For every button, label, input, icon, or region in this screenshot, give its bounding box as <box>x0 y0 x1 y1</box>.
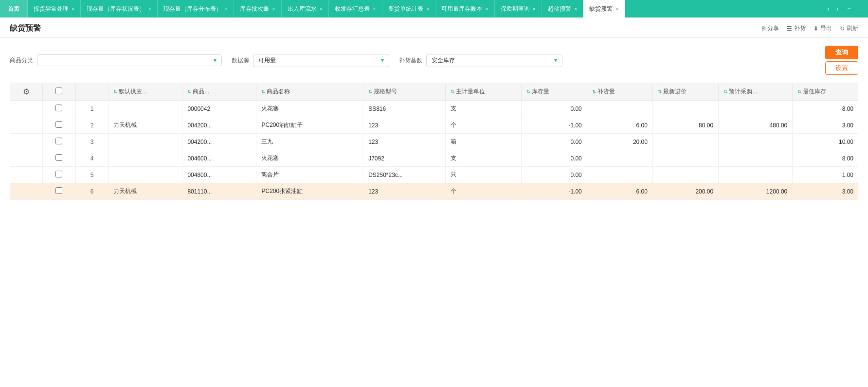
row-stock-3: 0.00 <box>521 150 587 167</box>
refresh-action[interactable]: ↻ 刷新 <box>840 24 858 33</box>
row-spec-5: 123 <box>363 183 446 200</box>
replenish-action[interactable]: ☰ 补货 <box>787 24 806 33</box>
sort-replenish-icon: ⇅ <box>592 89 596 94</box>
tab-home[interactable]: 首页 <box>0 0 28 18</box>
tab-batch-account[interactable]: 库存批次账× <box>234 0 281 18</box>
datasource-chevron-icon: ▾ <box>381 57 384 64</box>
row-purchase-1: 480.00 <box>719 117 793 134</box>
tab-defect-process[interactable]: 拣货异常处理× <box>28 0 81 18</box>
row-checkbox-3[interactable] <box>55 154 62 161</box>
row-check-cell-5[interactable] <box>43 183 76 200</box>
row-check-cell-1[interactable] <box>43 117 76 134</box>
share-action[interactable]: ⎘ 分享 <box>762 24 779 33</box>
replenish-base-label: 补货基数 <box>399 56 422 65</box>
tab-close-inout-flow[interactable]: × <box>320 6 323 12</box>
row-name-1: PC200油缸缸子 <box>256 117 363 134</box>
tab-label-order-stats: 要货单统计表 <box>388 5 423 13</box>
row-check-cell-2[interactable] <box>43 134 76 150</box>
tab-close-shortage-warning[interactable]: × <box>615 6 618 12</box>
replenish-base-select[interactable]: 安全库存 ▾ <box>426 54 562 67</box>
category-select[interactable]: ▾ <box>37 54 222 66</box>
col-header-price[interactable]: ⇅ 最新进价 <box>652 83 718 101</box>
tab-close-batch-account[interactable]: × <box>272 6 275 12</box>
tab-close-order-stats[interactable]: × <box>426 6 429 12</box>
row-checkbox-0[interactable] <box>55 105 62 111</box>
table-row: 1 0000042 火花塞 SS816 支 0.00 8.00 <box>10 101 858 117</box>
row-checkbox-4[interactable] <box>55 171 62 177</box>
tab-label-available-ledger: 可用量库存账本 <box>441 5 482 13</box>
datasource-select[interactable]: 可用量 ▾ <box>253 54 389 67</box>
row-checkbox-2[interactable] <box>55 138 62 144</box>
refresh-icon: ↻ <box>840 25 845 32</box>
row-code-0: 0000042 <box>182 101 256 117</box>
tab-label-batch-account: 库存批次账 <box>240 5 269 13</box>
tab-label-receive-summary: 收发存汇总表 <box>335 5 370 13</box>
col-header-name[interactable]: ⇅ 商品名称 <box>256 83 363 101</box>
export-action[interactable]: ⬇ 导出 <box>814 24 832 33</box>
col-header-minstock[interactable]: ⇅ 最低库存 <box>793 83 858 101</box>
tab-close-defect-process[interactable]: × <box>72 6 74 12</box>
row-check-cell-4[interactable] <box>43 167 76 183</box>
table-header-row: ⚙ ⇅ 默认供应... ⇅ 商 <box>10 83 858 101</box>
replenish-icon: ☰ <box>787 25 792 32</box>
col-header-purchase[interactable]: ⇅ 预计采购... <box>719 83 793 101</box>
tab-inventory-dist[interactable]: 现存量（库存分布表）× <box>158 0 234 18</box>
col-header-supplier[interactable]: ⇅ 默认供应... <box>108 83 182 101</box>
tab-shortage-warning[interactable]: 缺货预警× <box>583 0 625 18</box>
tab-close-expiry-query[interactable]: × <box>533 6 536 12</box>
tab-next-button[interactable]: › <box>833 2 842 16</box>
tab-close-available-ledger[interactable]: × <box>485 6 488 12</box>
row-num-5: 6 <box>75 183 108 200</box>
row-unit-0: 支 <box>446 101 521 117</box>
datasource-filter: 数据源 可用量 ▾ <box>232 54 389 67</box>
tab-expiry-query[interactable]: 保质期查询× <box>495 0 542 18</box>
header-actions: ⎘ 分享 ☰ 补货 ⬇ 导出 ↻ 刷新 <box>762 24 858 33</box>
tab-label-defect-process: 拣货异常处理 <box>34 5 69 13</box>
tab-minimize-button[interactable]: － <box>843 2 855 16</box>
row-check-cell-3[interactable] <box>43 150 76 167</box>
row-code-5: 801110... <box>182 183 256 200</box>
row-checkbox-5[interactable] <box>55 187 62 194</box>
row-price-0 <box>652 101 718 117</box>
filter-bar: 商品分类 ▾ 数据源 可用量 ▾ 补货基数 安全库存 ▾ 查询 设置 <box>0 38 868 79</box>
tab-available-ledger[interactable]: 可用量库存账本× <box>435 0 494 18</box>
row-gear-4 <box>10 167 43 183</box>
row-check-cell-0[interactable] <box>43 101 76 117</box>
col-header-code[interactable]: ⇅ 商品... <box>182 83 256 101</box>
sort-spec-icon: ⇅ <box>368 89 372 94</box>
row-checkbox-1[interactable] <box>55 121 62 128</box>
col-header-replenish[interactable]: ⇅ 补货量 <box>587 83 652 101</box>
gear-icon[interactable]: ⚙ <box>23 88 30 96</box>
col-header-unit[interactable]: ⇅ 主计量单位 <box>446 83 521 101</box>
tab-close-overstock-warning[interactable]: × <box>574 6 577 12</box>
sort-name-icon: ⇅ <box>261 89 265 94</box>
row-code-2: 004200... <box>182 134 256 150</box>
settings-button[interactable]: 设置 <box>825 61 858 75</box>
row-replenish-3 <box>587 150 652 167</box>
tab-close-inventory-dist[interactable]: × <box>225 6 228 12</box>
tab-inventory-status[interactable]: 现存量（库存状况表）× <box>81 0 157 18</box>
row-stock-2: 0.00 <box>521 134 587 150</box>
tab-label-shortage-warning: 缺货预警 <box>589 5 613 13</box>
col-header-check[interactable] <box>43 83 76 101</box>
row-gear-0 <box>10 101 43 117</box>
tab-close-inventory-status[interactable]: × <box>148 6 151 12</box>
tab-order-stats[interactable]: 要货单统计表× <box>382 0 435 18</box>
row-supplier-2 <box>108 134 182 150</box>
tab-receive-summary[interactable]: 收发存汇总表× <box>329 0 382 18</box>
tab-close-receive-summary[interactable]: × <box>373 6 376 12</box>
row-name-0: 火花塞 <box>256 101 363 117</box>
select-all-checkbox[interactable] <box>55 88 62 94</box>
query-button[interactable]: 查询 <box>825 46 858 59</box>
tab-inout-flow[interactable]: 出入库流水× <box>282 0 329 18</box>
tab-overstock-warning[interactable]: 超储预警× <box>542 0 583 18</box>
row-price-2 <box>652 134 718 150</box>
tab-maximize-button[interactable]: □ <box>856 2 866 16</box>
row-purchase-3 <box>719 150 793 167</box>
row-stock-5: -1.00 <box>521 183 587 200</box>
col-header-gear[interactable]: ⚙ <box>10 83 43 101</box>
tab-prev-button[interactable]: ‹ <box>824 2 832 16</box>
sort-purchase-icon: ⇅ <box>723 89 727 94</box>
col-header-spec[interactable]: ⇅ 规格型号 <box>363 83 446 101</box>
col-header-stock[interactable]: ⇅ 库存量 <box>521 83 587 101</box>
